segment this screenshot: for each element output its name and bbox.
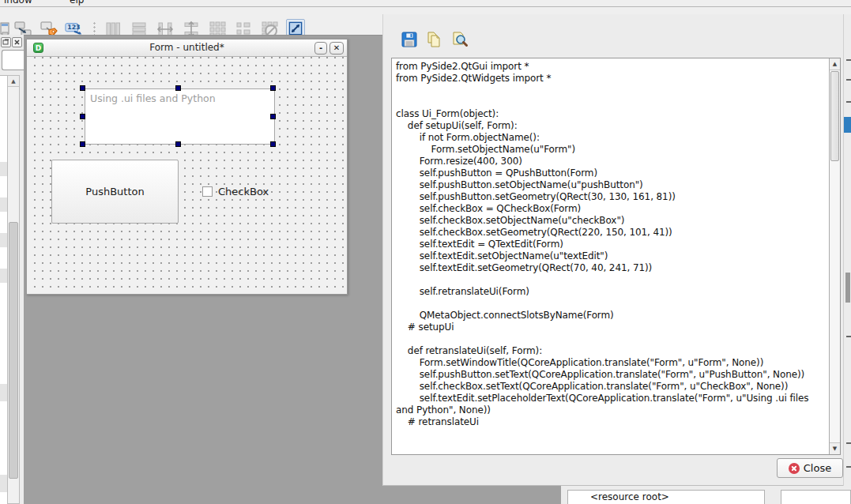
close-button-label: Close <box>804 462 831 474</box>
selection-handle[interactable] <box>270 85 276 91</box>
checkbox-indicator[interactable] <box>202 186 213 197</box>
selection-handle[interactable] <box>175 141 181 147</box>
selection-handle[interactable] <box>80 114 85 119</box>
form-window-title: Form - untitled* <box>27 42 347 53</box>
menubar: WWindowindow Help <box>0 0 851 7</box>
tree-branch-mark <box>846 442 851 444</box>
tree-branch-mark <box>846 59 851 61</box>
dock-float-button[interactable] <box>1 37 11 47</box>
find-icon[interactable] <box>450 30 469 49</box>
copy-icon[interactable] <box>425 30 444 49</box>
right-edge-panel <box>843 14 851 486</box>
scrollbar-thumb[interactable] <box>9 222 18 479</box>
form-window-titlebar[interactable]: D Form - untitled* - ✕ <box>27 39 347 57</box>
close-window-button[interactable]: ✕ <box>329 42 344 55</box>
resource-root-item[interactable]: <resource root> <box>567 490 765 504</box>
tree-branch-mark <box>846 101 851 103</box>
tab-order-badge: 123 <box>67 24 80 31</box>
pushbutton-widget[interactable]: PushButton <box>51 160 179 224</box>
widget-list[interactable] <box>0 75 7 504</box>
checkbox-widget[interactable]: CheckBox <box>201 175 281 208</box>
selected-row-highlight <box>844 117 851 133</box>
tree-branch-mark <box>846 79 851 81</box>
code-scrollbar[interactable]: ▲ ▼ <box>829 58 840 454</box>
menu-help[interactable]: Help <box>70 0 84 6</box>
scrollbar-fragment <box>845 273 850 303</box>
selection-handle[interactable] <box>80 141 85 147</box>
close-x-icon <box>789 463 800 474</box>
widget-filter-input[interactable] <box>2 50 24 70</box>
resource-side-box <box>781 490 851 504</box>
scrollbar-thumb[interactable] <box>830 71 839 161</box>
code-preview-dialog: from PySide2.QtGui import * from PySide2… <box>382 14 851 486</box>
scroll-up-arrow-icon[interactable]: ▲ <box>8 76 19 87</box>
widget-box-panel: ▲ <box>0 35 24 504</box>
selection-handle[interactable] <box>270 141 276 147</box>
widget-list-scrollbar[interactable]: ▲ <box>7 75 20 504</box>
selection-handle[interactable] <box>80 85 85 91</box>
selection-handle[interactable] <box>175 85 181 91</box>
selection-handle[interactable] <box>270 114 276 119</box>
form-canvas[interactable]: Using .ui files and Python PushButton Ch… <box>28 57 346 293</box>
generated-python-code[interactable]: from PySide2.QtGui import * from PySide2… <box>396 61 827 428</box>
textedit-widget[interactable]: Using .ui files and Python <box>85 88 275 145</box>
scroll-down-arrow-icon[interactable]: ▼ <box>830 442 840 454</box>
close-button[interactable]: Close <box>777 458 843 478</box>
dock-close-button[interactable] <box>12 37 22 47</box>
scroll-up-arrow-icon[interactable]: ▲ <box>830 58 840 70</box>
code-view[interactable]: from PySide2.QtGui import * from PySide2… <box>391 58 841 455</box>
tree-branch-mark <box>846 466 851 468</box>
save-icon[interactable] <box>400 30 419 49</box>
menu-window[interactable]: WWindowindow <box>4 0 32 6</box>
minimize-button[interactable]: - <box>314 42 327 55</box>
resource-browser-panel: <resource root> <box>561 486 851 504</box>
form-window: D Form - untitled* - ✕ Using .ui files a… <box>26 39 348 295</box>
tree-branch-mark <box>846 336 851 337</box>
checkbox-label: CheckBox <box>218 186 269 197</box>
